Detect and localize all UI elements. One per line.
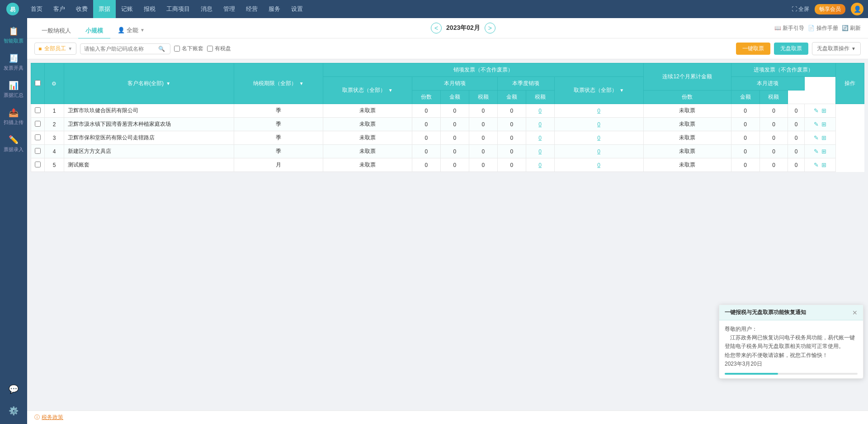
vip-button[interactable]: 畅享会员 xyxy=(815,4,845,14)
row-checkbox[interactable] xyxy=(35,162,41,167)
row-pm-amount: 0 xyxy=(760,104,788,118)
sidebar: 📋 智能取票 🧾 发票开具 📊 票据汇总 📤 扫描上传 ✏️ 票据录入 💬 ⚙️ xyxy=(0,18,27,424)
th-sq-amount: 金额 xyxy=(497,91,526,104)
tab-all-dropdown-icon[interactable]: ▼ xyxy=(140,22,145,38)
view-icon[interactable]: ⊞ xyxy=(821,162,826,168)
employee-select[interactable]: ■ 全部员工 ▼ xyxy=(34,43,76,55)
search-input[interactable] xyxy=(84,46,156,52)
sidebar-item-smart-ticket[interactable]: 📋 智能取票 xyxy=(1,23,26,48)
fullscreen-btn[interactable]: ⛶ 全屏 xyxy=(792,5,809,13)
sidebar-item-invoice-summary[interactable]: 📊 票据汇总 xyxy=(1,77,26,102)
sq-tax-link[interactable]: 0 xyxy=(538,121,542,128)
sidebar-item-scan-upload[interactable]: 📤 扫描上传 xyxy=(1,104,26,129)
nav-service[interactable]: 服务 xyxy=(263,0,286,18)
row-sm-amount: 0 xyxy=(440,158,469,172)
edit-icon[interactable]: ✎ xyxy=(814,134,819,141)
12month-link[interactable]: 0 xyxy=(597,148,600,155)
notification-title: 一键报税与无盘取票功能恢复通知 xyxy=(725,309,806,316)
row-customer: 卫辉市汲水镇下园湾香葱营木种植家庭农场 xyxy=(64,118,234,131)
12month-link[interactable]: 0 xyxy=(597,135,600,141)
sales-status-filter-icon[interactable]: ▼ xyxy=(388,88,393,93)
nav-home[interactable]: 首页 xyxy=(25,0,48,18)
table-settings-icon[interactable]: ⚙ xyxy=(52,81,57,87)
view-icon[interactable]: ⊞ xyxy=(821,121,826,128)
tax-period-filter-icon[interactable]: ▼ xyxy=(299,81,304,86)
view-icon[interactable]: ⊞ xyxy=(821,134,826,141)
select-all-checkbox[interactable] xyxy=(35,80,41,86)
row-actions: ✎ ⊞ xyxy=(804,131,835,145)
svg-text:易: 易 xyxy=(10,6,15,13)
has-tax-disk-checkbox[interactable] xyxy=(207,46,213,52)
sidebar-item-message[interactable]: 💬 xyxy=(1,381,26,398)
invoice-entry-icon: ✏️ xyxy=(9,135,19,145)
nav-invoice[interactable]: 票据 xyxy=(93,0,116,18)
edit-icon[interactable]: ✎ xyxy=(814,148,819,155)
nav-tax[interactable]: 报税 xyxy=(138,0,161,18)
row-checkbox[interactable] xyxy=(35,134,41,140)
row-checkbox[interactable] xyxy=(35,148,41,154)
row-checkbox[interactable] xyxy=(35,121,41,127)
view-icon[interactable]: ⊞ xyxy=(821,148,826,155)
tax-policy-link[interactable]: 税务政策 xyxy=(42,414,63,421)
nav-operation[interactable]: 经营 xyxy=(241,0,263,18)
row-no: 3 xyxy=(45,131,64,145)
search-icon[interactable]: 🔍 xyxy=(158,46,165,52)
sidebar-item-invoice-issue[interactable]: 🧾 发票开具 xyxy=(1,50,26,75)
row-customer: 卫辉市玖玖健合医药有限公司 xyxy=(64,104,234,118)
nav-manage[interactable]: 管理 xyxy=(218,0,241,18)
notification-close-btn[interactable]: ✕ xyxy=(852,309,858,316)
sidebar-item-invoice-entry[interactable]: ✏️ 票据录入 xyxy=(1,131,26,157)
12month-link[interactable]: 0 xyxy=(597,162,600,168)
row-customer: 测试账套 xyxy=(64,158,234,172)
bottom-bar: ⓘ 税务政策 xyxy=(27,410,868,424)
12month-link[interactable]: 0 xyxy=(597,121,600,128)
notification-popup: 一键报税与无盘取票功能恢复通知 ✕ 尊敬的用户： 江苏政务网已恢复访问电子税务局… xyxy=(719,305,863,379)
no-disk-ops-btn[interactable]: 无盘取票操作 ▼ xyxy=(812,42,861,55)
toolbar-right: 一键取票 无盘取票 无盘取票操作 ▼ xyxy=(736,42,861,55)
refresh-btn[interactable]: 🔄 刷新 xyxy=(842,24,861,32)
no-disk-ticket-btn[interactable]: 无盘取票 xyxy=(774,43,808,55)
row-no: 2 xyxy=(45,118,64,131)
purchase-status-filter-icon[interactable]: ▼ xyxy=(619,88,624,93)
edit-icon[interactable]: ✎ xyxy=(814,107,819,114)
period-next-btn[interactable]: > xyxy=(485,23,495,33)
one-key-ticket-btn[interactable]: 一键取票 xyxy=(736,43,770,55)
checkbox-has-tax-disk[interactable]: 有税盘 xyxy=(207,45,231,52)
new-guide-btn[interactable]: 📖 新手引导 xyxy=(774,24,804,32)
manual-btn[interactable]: 📄 操作手册 xyxy=(808,24,838,32)
row-sq-amount: 0 xyxy=(497,131,526,145)
row-sales-status: 未取票 xyxy=(323,131,412,145)
nav-settings[interactable]: 设置 xyxy=(286,0,308,18)
row-actions: ✎ ⊞ xyxy=(804,118,835,131)
12month-link[interactable]: 0 xyxy=(597,108,600,114)
sq-tax-link[interactable]: 0 xyxy=(538,148,542,155)
period-prev-btn[interactable]: < xyxy=(431,23,442,33)
edit-icon[interactable]: ✎ xyxy=(814,121,819,128)
sq-tax-link[interactable]: 0 xyxy=(538,162,542,168)
sq-tax-link[interactable]: 0 xyxy=(538,108,542,114)
customer-filter-icon[interactable]: ▼ xyxy=(166,81,170,86)
nav-accounting[interactable]: 记账 xyxy=(116,0,138,18)
sidebar-item-settings[interactable]: ⚙️ xyxy=(1,402,26,419)
nav-business[interactable]: 工商项目 xyxy=(161,0,195,18)
row-sm-amount: 0 xyxy=(440,118,469,131)
nav-customer[interactable]: 客户 xyxy=(48,0,71,18)
edit-icon[interactable]: ✎ xyxy=(814,162,819,168)
nav-message[interactable]: 消息 xyxy=(195,0,218,18)
tab-small-scale[interactable]: 小规模 xyxy=(78,23,110,39)
sq-tax-link[interactable]: 0 xyxy=(538,135,542,141)
row-checkbox[interactable] xyxy=(35,107,41,113)
tab-general-taxpayer[interactable]: 一般纳税人 xyxy=(34,23,78,39)
row-pm-count: 0 xyxy=(731,104,760,118)
view-icon[interactable]: ⊞ xyxy=(821,107,826,114)
user-avatar[interactable]: 👤 xyxy=(851,3,863,15)
checkbox-my-accounts[interactable]: 名下账套 xyxy=(174,45,203,52)
tab-all[interactable]: 👤 全能 ▼ xyxy=(110,23,152,39)
row-sm-tax: 0 xyxy=(469,104,497,118)
my-accounts-checkbox[interactable] xyxy=(174,46,180,52)
invoice-issue-icon: 🧾 xyxy=(9,53,19,63)
row-sq-amount: 0 xyxy=(497,118,526,131)
scan-upload-icon: 📤 xyxy=(9,108,19,118)
nav-fee[interactable]: 收费 xyxy=(71,0,93,18)
th-customer: 客户名称(全部) ▼ xyxy=(64,63,234,104)
